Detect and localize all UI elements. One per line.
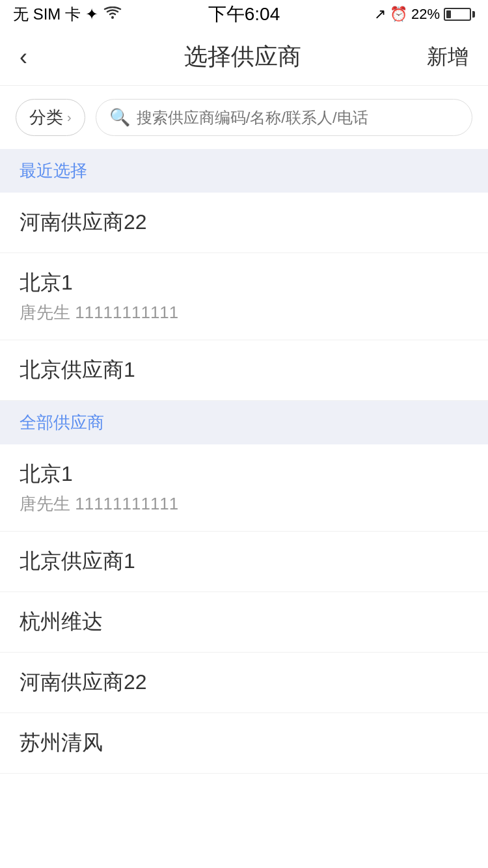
recent-section-label: 最近选择 bbox=[20, 161, 87, 180]
search-input[interactable] bbox=[137, 109, 459, 127]
item-name: 杭州维达 bbox=[20, 608, 468, 636]
item-name: 河南供应商22 bbox=[20, 208, 468, 237]
status-right: ↗ ⏰ 22% bbox=[374, 6, 475, 23]
all-section-header: 全部供应商 bbox=[0, 401, 488, 444]
item-name: 北京1 bbox=[20, 269, 468, 297]
category-button[interactable]: 分类 › bbox=[16, 99, 85, 136]
sim-label: 无 SIM 卡 ✦ bbox=[13, 4, 98, 25]
item-name: 北京供应商1 bbox=[20, 356, 468, 385]
nav-bar: ‹ 选择供应商 新增 bbox=[0, 29, 488, 86]
recent-list: 河南供应商22北京1唐先生 11111111111北京供应商1 bbox=[0, 193, 488, 401]
item-name: 北京供应商1 bbox=[20, 547, 468, 576]
alarm-icon: ⏰ bbox=[390, 6, 407, 23]
back-button[interactable]: ‹ bbox=[20, 44, 59, 71]
status-left: 无 SIM 卡 ✦ bbox=[13, 4, 122, 25]
svg-point-0 bbox=[111, 16, 114, 19]
item-sub: 唐先生 11111111111 bbox=[20, 493, 468, 515]
status-bar: 无 SIM 卡 ✦ 下午6:04 ↗ ⏰ 22% bbox=[0, 0, 488, 29]
search-icon: 🔍 bbox=[109, 107, 130, 128]
location-icon: ↗ bbox=[374, 6, 386, 23]
all-section-label: 全部供应商 bbox=[20, 413, 104, 432]
all-list-item[interactable]: 北京供应商1 bbox=[0, 532, 488, 592]
item-name: 苏州清风 bbox=[20, 729, 468, 757]
search-box: 🔍 bbox=[96, 99, 472, 136]
item-name: 河南供应商22 bbox=[20, 668, 468, 697]
battery-icon bbox=[444, 8, 475, 21]
all-list-item[interactable]: 北京1唐先生 11111111111 bbox=[0, 444, 488, 532]
all-list-item[interactable]: 苏州清风 bbox=[0, 713, 488, 774]
all-list-item[interactable]: 河南供应商22 bbox=[0, 653, 488, 713]
recent-list-item[interactable]: 北京供应商1 bbox=[0, 340, 488, 401]
filter-bar: 分类 › 🔍 bbox=[0, 86, 488, 149]
category-label: 分类 bbox=[29, 106, 63, 129]
chevron-right-icon: › bbox=[67, 110, 72, 125]
recent-section-header: 最近选择 bbox=[0, 149, 488, 193]
page-title: 选择供应商 bbox=[184, 41, 301, 73]
item-name: 北京1 bbox=[20, 460, 468, 489]
wifi-icon bbox=[103, 5, 122, 23]
status-time: 下午6:04 bbox=[208, 2, 280, 27]
all-list: 北京1唐先生 11111111111北京供应商1杭州维达河南供应商22苏州清风 bbox=[0, 444, 488, 774]
add-button[interactable]: 新增 bbox=[427, 43, 468, 72]
all-list-item[interactable]: 杭州维达 bbox=[0, 592, 488, 653]
recent-list-item[interactable]: 北京1唐先生 11111111111 bbox=[0, 253, 488, 340]
recent-list-item[interactable]: 河南供应商22 bbox=[0, 193, 488, 253]
item-sub: 唐先生 11111111111 bbox=[20, 301, 468, 324]
battery-percent: 22% bbox=[411, 6, 440, 23]
